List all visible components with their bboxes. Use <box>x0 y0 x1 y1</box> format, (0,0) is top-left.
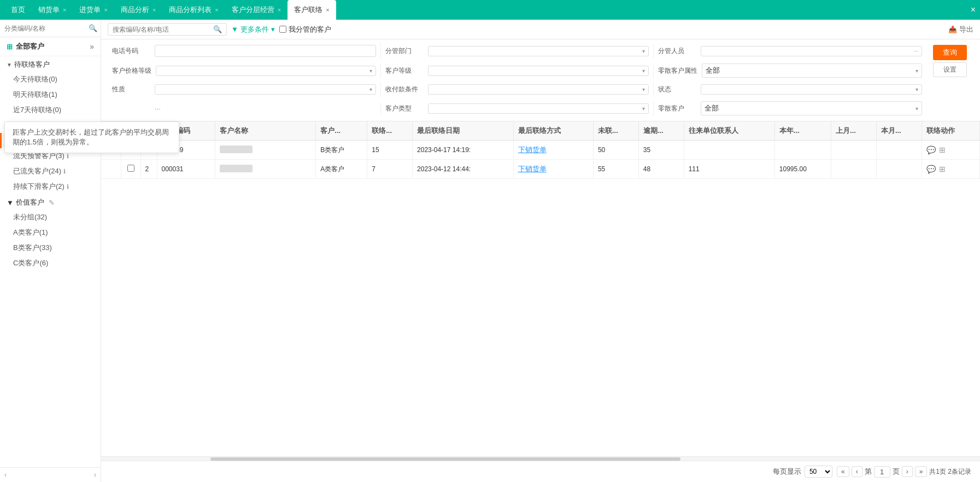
row2-checkbox[interactable] <box>121 160 140 179</box>
first-page-btn[interactable]: « <box>837 466 849 477</box>
col-last-month[interactable]: 上月... <box>831 121 877 141</box>
last-page-btn[interactable]: » <box>915 466 928 477</box>
row1-chat-icon[interactable]: 💬 <box>926 146 936 154</box>
filter-status: 状态 ▾ <box>654 82 926 97</box>
main-layout: 🔍 ⊞ 全部客户 » ▼ 待联络客户 今天待联络(0) 明天待联络(1) <box>0 20 980 482</box>
row2-code[interactable]: 000031 <box>157 160 215 179</box>
content-area: 🔍 ▼ 更多条件 ▾ 我分管的客户 📤 导出 <box>101 20 980 482</box>
prev-page-btn[interactable]: ‹ <box>852 466 862 477</box>
my-customers-checkbox[interactable] <box>279 26 286 33</box>
col-no-contact[interactable]: 未联... <box>593 121 638 141</box>
row2-type: A类客户 <box>316 160 367 179</box>
dots-btn[interactable]: ··· <box>155 104 161 113</box>
row1-more-icon[interactable]: ⊞ <box>939 146 946 154</box>
sidebar-item-today[interactable]: 今天待联络(0) <box>0 72 101 87</box>
col-overdue[interactable]: 逾期... <box>638 121 684 141</box>
customer-table: ⚙ 客户编码 客户名称 客户... <box>101 121 980 179</box>
table-header-row: ⚙ 客户编码 客户名称 客户... <box>101 121 980 141</box>
sidebar-item-declining[interactable]: 持续下滑客户(2) ℹ <box>0 179 101 194</box>
col-this-month[interactable]: 本月... <box>876 121 922 141</box>
sidebar-group-value-title[interactable]: ▼ 价值客户 ✎ <box>0 194 101 210</box>
chevron-price: ▾ <box>369 68 372 74</box>
chevron-scatter-cust: ▾ <box>916 106 918 112</box>
col-contact-person[interactable]: 往来单位联系人 <box>684 121 774 141</box>
col-last-date[interactable]: 最后联络日期 <box>413 121 514 141</box>
nav-product-analysis[interactable]: 商品分析 × <box>114 0 162 20</box>
manager-select[interactable]: ··· <box>701 46 922 56</box>
nav-sales-close[interactable]: × <box>63 0 66 20</box>
col-contact[interactable]: 联络... <box>367 121 413 141</box>
sidebar-all-customers[interactable]: ⊞ 全部客户 » <box>0 37 101 56</box>
next-page-btn[interactable]: › <box>902 466 913 477</box>
sidebar-group-pending-title[interactable]: ▼ 待联络客户 <box>0 56 101 72</box>
sidebar-item-tomorrow[interactable]: 明天待联络(1) <box>0 87 101 102</box>
nav-product-list-close[interactable]: × <box>215 0 218 20</box>
price-grade-select[interactable]: ▾ <box>156 66 376 76</box>
row2-num: 2 <box>140 160 157 179</box>
chevron-grade: ▾ <box>642 68 645 74</box>
scattered-attr-select[interactable]: 全部 ▾ <box>702 63 922 78</box>
payment-select[interactable]: ▾ <box>428 84 649 95</box>
status-select[interactable]: ▾ <box>701 84 922 95</box>
edit-icon[interactable]: ✎ <box>49 199 55 207</box>
top-nav: 首页 销货单 × 进货单 × 商品分析 × 商品分析列表 × 客户分层经营 × … <box>0 0 980 20</box>
sidebar-collapse-btn[interactable]: » <box>90 42 94 51</box>
sidebar-prev-btn[interactable]: ‹ <box>4 471 7 479</box>
row2-name[interactable] <box>215 160 316 179</box>
sidebar-item-ungrouped[interactable]: 未分组(32) <box>0 210 101 225</box>
sidebar-search-input[interactable] <box>4 25 86 32</box>
customer-type-select[interactable]: ▾ <box>428 103 649 114</box>
nav-purchase-close[interactable]: × <box>104 0 107 20</box>
nav-customer-contact[interactable]: 客户联络 × <box>287 0 336 20</box>
chevron-status: ▾ <box>916 86 918 92</box>
filter-more-btn[interactable]: ▼ 更多条件 ▾ <box>231 25 275 34</box>
row2-settings <box>101 160 121 179</box>
row1-action-icons: 💬 ⊞ <box>926 146 975 154</box>
row1-no-contact: 50 <box>593 141 638 160</box>
settings-btn[interactable]: 设置 <box>933 62 967 77</box>
horizontal-scrollbar[interactable] <box>101 456 980 461</box>
nav-product-analysis-close[interactable]: × <box>152 0 156 20</box>
nav-customer-contact-close[interactable]: × <box>326 0 329 20</box>
nav-sales[interactable]: 销货单 × <box>32 0 73 20</box>
nav-purchase[interactable]: 进货单 × <box>73 0 114 20</box>
chevron-type: ▾ <box>642 106 645 112</box>
row2-name-blur <box>220 165 253 172</box>
col-this-year[interactable]: 本年... <box>774 121 831 141</box>
customer-grade-select[interactable]: ▾ <box>428 66 649 76</box>
row2-select-checkbox[interactable] <box>127 165 134 172</box>
phone-input[interactable] <box>155 45 376 57</box>
dept-select[interactable]: ▾ <box>428 46 649 56</box>
nature-select[interactable]: ▾ <box>155 84 376 95</box>
sidebar-next-btn[interactable]: › <box>94 471 96 479</box>
filter-search-icon[interactable]: 🔍 <box>213 25 222 33</box>
nav-customer-tier-close[interactable]: × <box>278 0 281 20</box>
row1-last-method[interactable]: 下销货单 <box>513 141 593 160</box>
sidebar-search-icon[interactable]: 🔍 <box>89 24 97 32</box>
filter-phone: 电话号码 <box>108 43 381 59</box>
table-area[interactable]: ⚙ 客户编码 客户名称 客户... <box>101 121 980 456</box>
per-page-select[interactable]: 50 100 200 <box>805 466 832 478</box>
scrollbar-thumb[interactable] <box>210 457 680 461</box>
sidebar-item-c-class[interactable]: C类客户(6) <box>0 255 101 271</box>
nav-product-list[interactable]: 商品分析列表 × <box>162 0 225 20</box>
window-close-btn[interactable]: × <box>971 5 976 15</box>
sidebar-item-7days[interactable]: 近7天待联络(0) <box>0 102 101 118</box>
sidebar-item-lost[interactable]: 已流失客户(24) ℹ <box>0 164 101 179</box>
row2-chat-icon[interactable]: 💬 <box>926 165 936 173</box>
col-name[interactable]: 客户名称 <box>215 121 316 141</box>
nav-customer-tier[interactable]: 客户分层经营 × <box>225 0 287 20</box>
row1-name[interactable] <box>215 141 316 160</box>
sidebar-item-a-class[interactable]: A类客户(1) <box>0 225 101 240</box>
row2-more-icon[interactable]: ⊞ <box>939 165 946 173</box>
row2-last-method[interactable]: 下销货单 <box>513 160 593 179</box>
query-btn[interactable]: 查询 <box>933 45 967 60</box>
export-btn[interactable]: 📤 导出 <box>948 25 973 34</box>
col-last-method[interactable]: 最后联络方式 <box>513 121 593 141</box>
scattered-customer-select[interactable]: 全部 ▾ <box>701 101 922 115</box>
nav-home[interactable]: 首页 <box>4 0 32 20</box>
sidebar-item-b-class[interactable]: B类客户(33) <box>0 240 101 255</box>
col-type[interactable]: 客户... <box>316 121 367 141</box>
filter-customer-grade: 客户等级 ▾ <box>381 63 654 78</box>
filter-search-input[interactable] <box>113 26 211 33</box>
